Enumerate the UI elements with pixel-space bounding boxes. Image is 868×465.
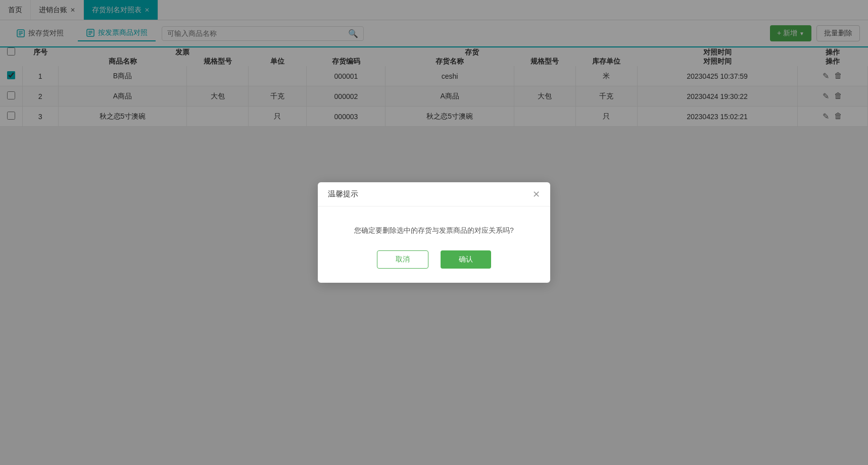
dialog-overlay: 温馨提示 ✕ 您确定要删除选中的存货与发票商品的对应关系吗? 取消 确认 [0,0,868,127]
